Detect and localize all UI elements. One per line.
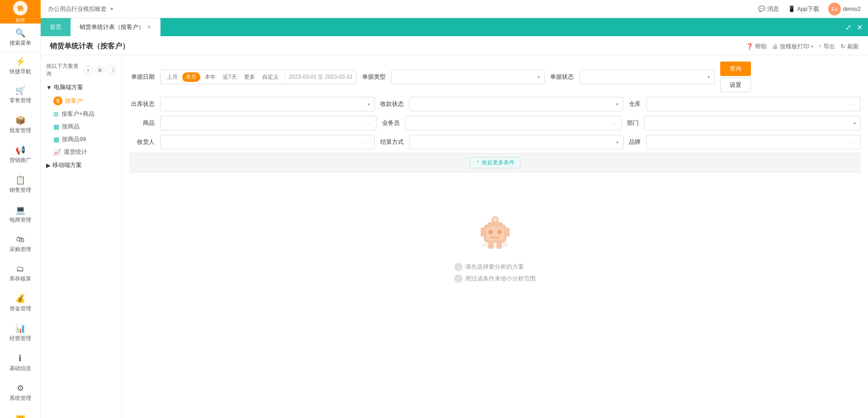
consignee-label: 收货人: [129, 138, 155, 146]
sidebar-item-sales-mgmt[interactable]: 📋 销售管理: [0, 170, 41, 200]
empty-tips: 1 请先选择要分析的方案 2 用过滤条件来缩小分析范围: [454, 261, 536, 285]
collapse-more-btn[interactable]: ⌃ 收起更多条件: [129, 153, 861, 172]
settlement-select[interactable]: ▾: [409, 135, 624, 149]
setting-btn[interactable]: 设置: [720, 78, 751, 92]
brand-select[interactable]: ···: [646, 135, 861, 149]
topbar-right: 💬 消息 📱 App下载 Ea demo2: [758, 3, 861, 15]
avatar-text: Ea: [832, 6, 838, 12]
out-status-label: 出库状态: [129, 100, 155, 108]
help-btn[interactable]: ❓ 帮助: [746, 43, 767, 51]
sidebar-item-wholesale-mgmt[interactable]: 📦 批发管理: [0, 110, 41, 140]
sidebar-item-search-menu[interactable]: 🔍 搜索菜单: [0, 24, 41, 52]
app-download-btn[interactable]: 📱 App下载: [788, 5, 819, 13]
tab-close-icon[interactable]: ✕: [147, 24, 151, 30]
sidebar-item-label: 快捷导航: [9, 68, 31, 76]
empty-tip-1-text: 请先选择要分析的方案: [465, 261, 524, 273]
settings-scheme-btn[interactable]: ⚙: [95, 66, 104, 75]
sidebar-item-retail-mgmt[interactable]: 🛒 零售管理: [0, 80, 41, 110]
return-stat-icon: 📈: [53, 148, 61, 156]
sidebar-item-label: 经营管理: [9, 335, 31, 342]
date-option-more[interactable]: 更多: [241, 72, 258, 82]
doc-type-select[interactable]: ▾: [391, 70, 545, 84]
user-info[interactable]: Ea demo2: [828, 3, 861, 15]
sidebar-item-enterprise-collab[interactable]: 🤝 企业协同: [0, 408, 41, 418]
tree-item-label: 按客户+商品: [61, 110, 94, 118]
consignee-select[interactable]: ···: [160, 135, 375, 149]
salesperson-select[interactable]: ···: [405, 116, 622, 130]
tip-num-1: 1: [454, 263, 462, 271]
tree-desktop-group-title[interactable]: ▼ 电脑端方案: [41, 81, 122, 94]
filter-area: 单据日期 上月 本月 本年 近7天 更多 自定义 2023-03-01 至 20…: [129, 62, 861, 149]
sidebar-item-sys-mgmt[interactable]: ⚙ 系统管理: [0, 378, 41, 408]
settlement-label: 结算方式: [380, 138, 404, 146]
date-label: 单据日期: [129, 73, 155, 81]
message-btn[interactable]: 💬 消息: [758, 5, 779, 13]
sidebar-item-quick-nav[interactable]: ⚡ 快捷导航: [0, 52, 41, 80]
collapse-panel-btn[interactable]: 《: [107, 66, 116, 75]
logo-icon: 畅: [12, 0, 28, 16]
dropdown-icon[interactable]: ▾: [110, 5, 113, 12]
logo-text: 标橙: [16, 17, 25, 24]
date-option-this-month[interactable]: 本月: [182, 72, 200, 82]
sidebar-item-ecommerce-mgmt[interactable]: 💻 电商管理: [0, 200, 41, 229]
sidebar-item-basic-info[interactable]: ℹ 基础信息: [0, 348, 41, 378]
query-btn[interactable]: 查询: [720, 62, 751, 76]
tree-item-by-customer[interactable]: 客 按客户: [46, 94, 122, 108]
export-btn[interactable]: ↑ 导出: [819, 43, 835, 51]
tab-close-window[interactable]: ✕: [857, 23, 863, 32]
svg-rect-11: [506, 228, 509, 237]
topbar-left: 办公用品行业模拟账套 ▾: [48, 5, 113, 13]
refresh-btn[interactable]: ↻ 刷新: [840, 43, 859, 51]
filter-row-4: 收货人 ··· 结算方式 ▾ 品牌 ···: [129, 135, 861, 149]
sidebar-item-operations-mgmt[interactable]: 📊 经营管理: [0, 318, 41, 348]
out-status-select[interactable]: ▾: [160, 97, 375, 111]
product-select[interactable]: ···: [160, 116, 377, 130]
sidebar-item-finance-mgmt[interactable]: 💰 资金管理: [0, 288, 41, 318]
department-select[interactable]: ▾: [644, 116, 861, 130]
receipt-status-select[interactable]: ▾: [409, 97, 624, 111]
date-option-this-year[interactable]: 本年: [202, 72, 218, 82]
add-scheme-btn[interactable]: +: [84, 66, 93, 75]
tabbar: 首页 销货单统计表（按客户） ✕ ⤢ ✕: [41, 18, 868, 36]
dots-icon: ···: [850, 100, 856, 108]
page-header: 销货单统计表（按客户） ❓ 帮助 🖨 按模板打印 ▾ ↑ 导出 ↻ 刷新: [41, 36, 868, 55]
template-print-btn[interactable]: 🖨 按模板打印 ▾: [772, 43, 813, 51]
by-product-99-icon: ▦: [53, 136, 59, 143]
tree-item-label: 按客户: [65, 97, 83, 105]
svg-text:畅: 畅: [17, 5, 24, 12]
date-option-last-7-days[interactable]: 近7天: [220, 72, 240, 82]
sidebar-item-marketing[interactable]: 📢 营销推广: [0, 140, 41, 170]
tab-sales-stat[interactable]: 销货单统计表（按客户） ✕: [71, 18, 160, 36]
sidebar-item-label: 基础信息: [9, 365, 31, 372]
wholesale-mgmt-icon: 📦: [15, 115, 25, 125]
date-option-custom[interactable]: 自定义: [259, 72, 281, 82]
warehouse-select[interactable]: ···: [646, 97, 861, 111]
collapse-label: 收起更多条件: [482, 159, 514, 166]
tree-mobile-group: ▶ 移动端方案: [41, 158, 122, 172]
right-panel: 单据日期 上月 本月 本年 近7天 更多 自定义 2023-03-01 至 20…: [122, 55, 868, 418]
tree-mobile-group-title[interactable]: ▶ 移动端方案: [41, 158, 122, 172]
by-product-icon: ▦: [53, 123, 59, 130]
sidebar-item-purchase-mgmt[interactable]: 🛍 采购管理: [0, 229, 41, 259]
search-menu-icon: 🔍: [15, 28, 25, 38]
tip-num-2: 2: [454, 275, 462, 283]
svg-rect-12: [488, 242, 494, 249]
tree-item-by-product-99[interactable]: ▦ 按商品99: [46, 133, 122, 146]
date-option-last-month[interactable]: 上月: [164, 72, 180, 82]
date-options-field[interactable]: 上月 本月 本年 近7天 更多 自定义 2023-03-01 至 2023-03…: [160, 70, 357, 84]
tree-item-by-customer-product[interactable]: ⊞ 按客户+商品: [46, 108, 122, 120]
export-label: 导出: [823, 43, 835, 51]
message-icon: 💬: [758, 5, 765, 12]
username: demo2: [843, 5, 861, 12]
tab-maximize-icon[interactable]: ⤢: [845, 23, 851, 32]
inventory-calc-icon: 🗂: [16, 264, 24, 274]
department-label: 部门: [627, 119, 639, 127]
doc-status-select[interactable]: ▾: [579, 70, 715, 84]
template-print-dropdown[interactable]: ▾: [811, 44, 813, 49]
tree-desktop-items: 客 按客户 ⊞ 按客户+商品 ▦ 按商品 ▦ 按: [41, 94, 122, 158]
tab-home[interactable]: 首页: [41, 18, 71, 36]
tree-item-return-stat[interactable]: 📈 退货统计: [46, 146, 122, 158]
tree-item-by-product[interactable]: ▦ 按商品: [46, 120, 122, 133]
app-title: 办公用品行业模拟账套: [48, 5, 107, 13]
sidebar-item-inventory-calc[interactable]: 🗂 库存核算: [0, 259, 41, 288]
